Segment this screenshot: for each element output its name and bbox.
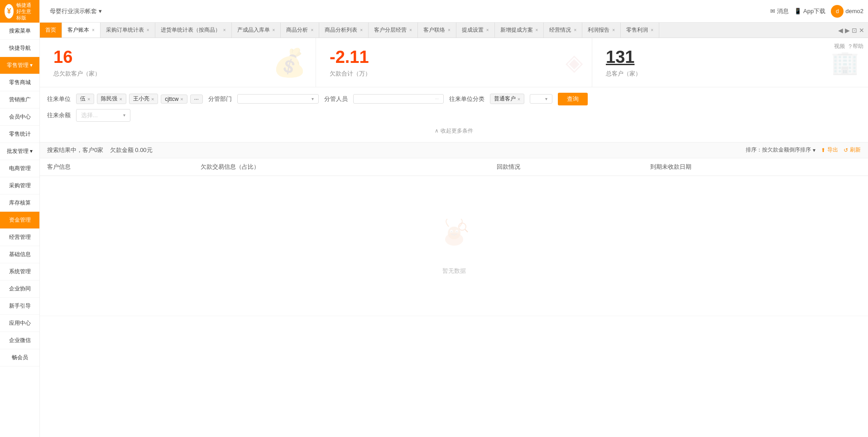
sidebar-item-快捷导航[interactable]: 快捷导航 <box>0 40 39 57</box>
filter-tag-陈民强[interactable]: 陈民强× <box>97 94 126 104</box>
tab-close-10[interactable]: × <box>536 28 538 33</box>
collapse-arrow-icon: ∧ <box>435 128 439 134</box>
tab-close-6[interactable]: × <box>360 28 363 33</box>
svg-point-1 <box>448 227 460 239</box>
tag-close[interactable]: × <box>119 96 122 102</box>
tag-text: cjttcw <box>165 96 178 102</box>
sidebar-item-库存核算[interactable]: 库存核算 <box>0 195 39 212</box>
sidebar-item-资金管理[interactable]: 资金管理 <box>0 212 39 229</box>
tag-close[interactable]: × <box>87 96 90 102</box>
dept-arrow-icon: ▾ <box>312 96 314 101</box>
tag-close[interactable]: × <box>180 96 183 102</box>
sidebar-item-零售统计[interactable]: 零售统计 <box>0 126 39 143</box>
dept-select[interactable]: ▾ <box>237 94 319 104</box>
tab-close-1[interactable]: × <box>92 28 95 33</box>
refresh-btn[interactable]: ↺ 刷新 <box>844 146 861 154</box>
tab-11[interactable]: 经营情况× <box>544 23 582 38</box>
filter-tag-...[interactable]: ··· <box>190 95 203 104</box>
messages-btn[interactable]: ✉ 消息 <box>770 7 789 15</box>
empty-row: 暂无数据 <box>40 176 868 316</box>
tab-13[interactable]: 零售利润× <box>621 23 659 38</box>
result-bar-right: 排序：按欠款金额倒序排序 ▾ ⬆ 导出 ↺ 刷新 <box>746 146 861 154</box>
app-download-btn[interactable]: 📱 App下载 <box>794 7 825 15</box>
sidebar-item-系统管理[interactable]: 系统管理 <box>0 263 39 280</box>
app-icon: 📱 <box>794 8 801 14</box>
svg-point-5 <box>456 231 457 232</box>
refresh-label: 刷新 <box>850 146 861 154</box>
account-dropdown[interactable]: 母婴行业演示帐套 ▾ <box>44 7 107 15</box>
sidebar-item-电商管理[interactable]: 电商管理 <box>0 160 39 177</box>
tab-4[interactable]: 产成品入库单× <box>232 23 281 38</box>
class-tag-close[interactable]: × <box>518 96 520 102</box>
tag-close[interactable]: × <box>151 96 154 102</box>
sidebar-item-基础信息[interactable]: 基础信息 <box>0 246 39 263</box>
remainder-arrow-icon: ▾ <box>123 113 125 118</box>
tab-close-7[interactable]: × <box>409 28 412 33</box>
tab-5[interactable]: 商品分析× <box>281 23 319 38</box>
sidebar-item-零售管理[interactable]: 零售管理 ▾ <box>0 57 39 74</box>
filter-class-tag-普通客户[interactable]: 普通客户× <box>490 94 524 104</box>
tab-close-8[interactable]: × <box>448 28 451 33</box>
tab-2[interactable]: 采购订单统计表× <box>101 23 155 38</box>
filter-row-2: 往来余额 选择... ▾ <box>47 109 861 122</box>
user-profile[interactable]: d demo2 <box>831 5 863 18</box>
tag-text: 王小亮 <box>133 95 149 103</box>
tab-10[interactable]: 新增提成方案× <box>495 23 544 38</box>
tab-close-13[interactable]: × <box>651 28 653 33</box>
tab-0[interactable]: 首页 <box>40 23 62 38</box>
sidebar-item-零售商城[interactable]: 零售商城 <box>0 74 39 91</box>
query-button[interactable]: 查询 <box>558 93 588 105</box>
tab-label-12: 利润报告 <box>588 26 609 34</box>
video-link[interactable]: 视频 <box>834 43 845 50</box>
tab-9[interactable]: 提成设置× <box>456 23 495 38</box>
topbar-right: ✉ 消息 📱 App下载 d demo2 <box>770 5 863 18</box>
tab-prev-icon[interactable]: ◀ <box>838 27 843 34</box>
tab-maximize-icon[interactable]: ⊡ <box>852 27 857 34</box>
tab-close-2[interactable]: × <box>147 28 149 33</box>
tab-label-8: 客户联络 <box>423 26 445 34</box>
remainder-select[interactable]: 选择... ▾ <box>76 109 130 122</box>
tab-close-12[interactable]: × <box>612 28 615 33</box>
filter-tag-伍[interactable]: 伍× <box>76 94 94 104</box>
tab-next-icon[interactable]: ▶ <box>845 27 850 34</box>
tab-1[interactable]: 客户账本× <box>62 23 101 38</box>
sidebar-item-经营管理[interactable]: 经营管理 <box>0 229 39 246</box>
filter-tag-王小亮[interactable]: 王小亮× <box>129 94 158 104</box>
tab-close-3[interactable]: × <box>223 28 226 33</box>
tab-close-11[interactable]: × <box>574 28 576 33</box>
sidebar-item-采购管理[interactable]: 采购管理 <box>0 177 39 195</box>
filter-tag-cjttcw[interactable]: cjttcw× <box>161 95 187 104</box>
export-btn[interactable]: ⬆ 导出 <box>821 146 838 154</box>
col-due-date: 到期未收款日期 <box>643 158 868 176</box>
tab-label-3: 进货单统计表（按商品） <box>161 26 221 34</box>
tab-close-4[interactable]: × <box>273 28 275 33</box>
table-header-row: 客户信息 欠款交易信息（占比） 回款情况 到期未收款日期 <box>40 158 868 176</box>
sidebar-item-搜索菜单[interactable]: 搜索菜单 <box>0 23 39 40</box>
tab-label-2: 采购订单统计表 <box>106 26 144 34</box>
tab-close-9[interactable]: × <box>486 28 489 33</box>
sidebar-item-畅会员[interactable]: 畅会员 <box>0 349 39 366</box>
sidebar-item-企业协同[interactable]: 企业协同 <box>0 280 39 298</box>
col-customer: 客户信息 <box>40 158 193 176</box>
tab-6[interactable]: 商品分析列表× <box>319 23 369 38</box>
tab-8[interactable]: 客户联络× <box>418 23 456 38</box>
sidebar-item-企业微信[interactable]: 企业微信 <box>0 332 39 349</box>
filter-class-tags: 普通客户× <box>490 94 524 104</box>
tab-3[interactable]: 进货单统计表（按商品）× <box>155 23 232 38</box>
tab-12[interactable]: 利润报告× <box>582 23 621 38</box>
tab-close-all-icon[interactable]: ✕ <box>859 27 864 34</box>
sidebar-item-新手引导[interactable]: 新手引导 <box>0 298 39 315</box>
sidebar-item-会员中心[interactable]: 会员中心 <box>0 109 39 126</box>
sort-select[interactable]: 排序：按欠款金额倒序排序 ▾ <box>746 146 815 154</box>
collapse-btn[interactable]: ∧ 收起更多条件 <box>435 125 473 137</box>
tab-close-5[interactable]: × <box>311 28 313 33</box>
empty-icon <box>432 217 477 261</box>
unit-class-label: 往来单位分类 <box>449 95 484 103</box>
tab-7[interactable]: 客户分层经营× <box>369 23 418 38</box>
sidebar-item-批发管理[interactable]: 批发管理 ▾ <box>0 143 39 160</box>
unit-class-select[interactable]: ▾ <box>530 94 552 104</box>
sidebar-item-营销推广[interactable]: 营销推广 <box>0 91 39 109</box>
sidebar-item-应用中心[interactable]: 应用中心 <box>0 315 39 332</box>
help-link[interactable]: ? 帮助 <box>849 43 863 50</box>
person-select[interactable]: ··· <box>353 94 444 104</box>
